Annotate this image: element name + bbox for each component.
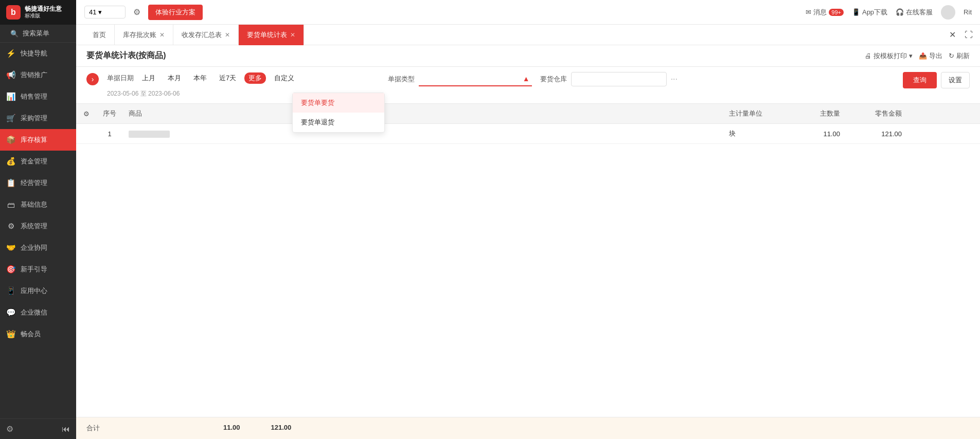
sidebar-item-wechat[interactable]: 💬 企业微信 <box>0 302 76 323</box>
table-container: ⚙ 序号 商品 主计量单位 主数量 零售金额 1 <box>76 104 980 417</box>
sidebar-item-purchase[interactable]: 🛒 采购管理 <box>0 107 76 129</box>
app-name: 畅捷通好生意 <box>25 5 62 12</box>
tab-home[interactable]: 首页 <box>84 25 115 45</box>
message-label: 消息 <box>813 8 827 17</box>
sidebar-item-label: 快捷导航 <box>21 49 47 58</box>
collapse-icon[interactable]: ⏮ <box>62 425 70 434</box>
export-icon: 📤 <box>919 52 927 60</box>
custom-date-btn[interactable]: 自定义 <box>270 72 298 84</box>
message-btn[interactable]: ✉ 消息 99+ <box>806 8 844 17</box>
tab-order-stats-label: 要货单统计表 <box>247 30 287 40</box>
sidebar-item-quick-nav[interactable]: ⚡ 快捷导航 <box>0 43 76 64</box>
sidebar-item-label: 采购管理 <box>21 114 47 123</box>
tab-order-stats[interactable]: 要货单统计表 ✕ <box>239 25 304 45</box>
dropdown-item-order-goods[interactable]: 要货单要货 <box>293 93 384 113</box>
user-avatar[interactable] <box>941 5 955 20</box>
guide-icon: 🎯 <box>6 265 15 274</box>
online-service-btn[interactable]: 🎧 在线客服 <box>896 8 933 17</box>
td-product <box>122 124 723 144</box>
footer-qty: 11.00 <box>223 424 240 433</box>
page-title: 要货单统计表(按商品) <box>86 50 166 61</box>
tab-receive-summary-close[interactable]: ✕ <box>225 31 230 39</box>
filter-expand-btn[interactable]: › <box>86 73 99 85</box>
product-placeholder <box>129 131 170 138</box>
page-content: 要货单统计表(按商品) 🖨 按模板打印 ▾ 📤 导出 ↻ 刷新 › <box>76 45 980 439</box>
collab-icon: 🤝 <box>6 243 15 252</box>
sidebar-item-system[interactable]: ⚙ 系统管理 <box>0 215 76 237</box>
th-empty <box>908 104 980 124</box>
filter-settings-btn[interactable]: 设置 <box>941 72 970 88</box>
print-btn[interactable]: 🖨 按模板打印 ▾ <box>865 51 913 61</box>
footer-label: 合计 <box>86 424 100 433</box>
sidebar-nav: ⚡ 快捷导航 📢 营销推广 📊 销售管理 🛒 采购管理 📦 库存核算 💰 资金管… <box>0 43 76 418</box>
sidebar: b 畅捷通好生意 标准版 🔍 搜索菜单 ⚡ 快捷导航 📢 营销推广 📊 销售管理… <box>0 0 76 439</box>
filter-bar: › 单据日期 上月 本月 本年 近7天 更多 自定义 2023-05-06 至 … <box>76 67 980 104</box>
inventory-icon: 📦 <box>6 135 15 144</box>
sidebar-item-label: 系统管理 <box>21 222 47 231</box>
download-icon: 📱 <box>852 8 860 16</box>
tabs-bar: 首页 库存批次账 ✕ 收发存汇总表 ✕ 要货单统计表 ✕ ✕ ⛶ <box>76 25 980 45</box>
trial-btn[interactable]: 体验行业方案 <box>148 5 203 20</box>
export-btn[interactable]: 📤 导出 <box>919 51 942 61</box>
user-name: Rit <box>964 8 972 16</box>
marketing-icon: 📢 <box>6 70 15 80</box>
table-header-row: ⚙ 序号 商品 主计量单位 主数量 零售金额 <box>76 104 980 124</box>
purchase-icon: 🛒 <box>6 114 15 123</box>
close-all-tabs-btn[interactable]: ✕ <box>945 28 959 42</box>
last-month-btn[interactable]: 上月 <box>138 72 159 84</box>
more-dates-btn[interactable]: 更多 <box>244 72 266 84</box>
last-7days-btn[interactable]: 近7天 <box>215 72 240 84</box>
sidebar-item-label: 基础信息 <box>21 200 47 209</box>
td-unit: 块 <box>723 124 785 144</box>
sidebar-item-inventory[interactable]: 📦 库存核算 <box>0 129 76 151</box>
refresh-btn[interactable]: ↻ 刷新 <box>949 51 970 61</box>
this-month-btn[interactable]: 本月 <box>164 72 185 84</box>
tab-batch-inventory-close[interactable]: ✕ <box>159 31 165 39</box>
query-btn[interactable]: 查询 <box>903 72 937 88</box>
sidebar-item-guide[interactable]: 🎯 新手引导 <box>0 259 76 280</box>
table-row: 1 块 11.00 121.00 <box>76 124 980 144</box>
tab-receive-summary[interactable]: 收发存汇总表 ✕ <box>173 25 239 45</box>
th-settings[interactable]: ⚙ <box>76 104 97 124</box>
sales-icon: 📊 <box>6 92 15 101</box>
topbar-left: 41 ▾ ⚙ 体验行业方案 <box>84 5 799 20</box>
sidebar-item-marketing[interactable]: 📢 营销推广 <box>0 64 76 86</box>
app-download-btn[interactable]: 📱 App下载 <box>852 8 887 17</box>
print-label: 按模板打印 <box>874 51 907 61</box>
tab-order-stats-close[interactable]: ✕ <box>290 31 295 39</box>
dropdown-item-label: 要货单要货 <box>301 99 334 106</box>
settings-gear-button[interactable]: ⚙ <box>130 5 144 20</box>
sidebar-item-sales[interactable]: 📊 销售管理 <box>0 86 76 107</box>
refresh-label: 刷新 <box>956 51 970 61</box>
sidebar-item-label: 资金管理 <box>21 157 47 166</box>
type-select[interactable]: ▲ <box>419 72 532 86</box>
footer-total-label: 合计 <box>86 424 100 432</box>
print-icon: 🖨 <box>865 52 871 60</box>
sidebar-item-operations[interactable]: 📋 经营管理 <box>0 172 76 194</box>
type-filter-group: 单据类型 ▲ <box>388 72 532 86</box>
sidebar-item-finance[interactable]: 💰 资金管理 <box>0 151 76 172</box>
sidebar-item-collab[interactable]: 🤝 企业协同 <box>0 237 76 259</box>
more-options-icon[interactable]: ··· <box>671 75 678 84</box>
chevron-down-icon: ▾ <box>98 8 102 16</box>
table-footer: 合计 11.00 121.00 <box>76 417 980 439</box>
appcenter-icon: 📱 <box>6 286 15 296</box>
dropdown-item-label: 要货单退货 <box>301 118 334 126</box>
sidebar-item-label: 企业协同 <box>21 243 47 252</box>
store-selector[interactable]: 41 ▾ <box>84 6 126 19</box>
warehouse-input[interactable] <box>571 72 667 86</box>
data-table: ⚙ 序号 商品 主计量单位 主数量 零售金额 1 <box>76 104 980 144</box>
maximize-btn[interactable]: ⛶ <box>961 28 976 42</box>
page-actions: 🖨 按模板打印 ▾ 📤 导出 ↻ 刷新 <box>865 51 970 61</box>
sidebar-item-label: 库存核算 <box>21 135 47 144</box>
tabs-actions: ✕ ⛶ <box>945 28 980 42</box>
sidebar-item-basic[interactable]: 🗃 基础信息 <box>0 194 76 215</box>
dropdown-item-order-return[interactable]: 要货单退货 <box>293 113 384 132</box>
this-year-btn[interactable]: 本年 <box>189 72 211 84</box>
tab-batch-inventory[interactable]: 库存批次账 ✕ <box>115 25 173 45</box>
search-menu[interactable]: 🔍 搜索菜单 <box>0 25 76 43</box>
tab-receive-summary-label: 收发存汇总表 <box>182 30 222 40</box>
sidebar-item-appcenter[interactable]: 📱 应用中心 <box>0 280 76 302</box>
settings-footer-icon[interactable]: ⚙ <box>6 424 13 434</box>
sidebar-item-member[interactable]: 👑 畅会员 <box>0 323 76 345</box>
